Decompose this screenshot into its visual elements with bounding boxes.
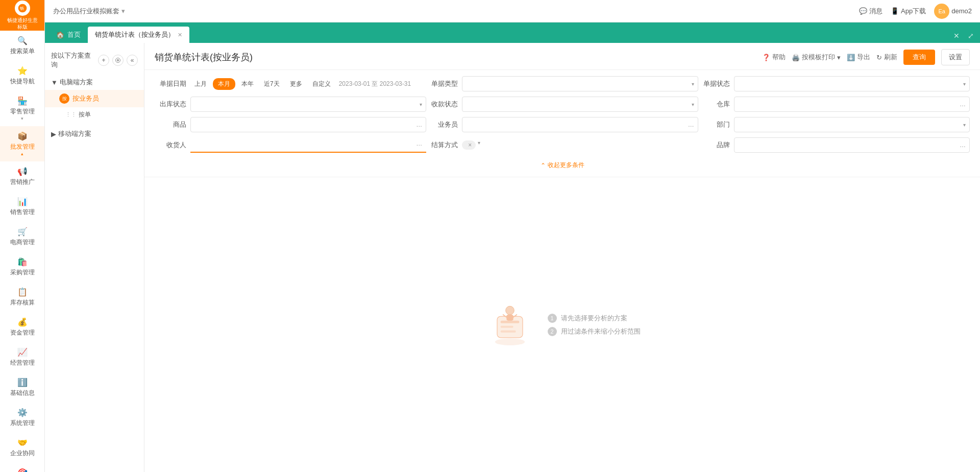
sidebar-item-ecommerce[interactable]: 🛒 电商管理	[0, 222, 45, 252]
brand-input[interactable]	[734, 137, 970, 153]
svg-rect-8	[500, 330, 516, 332]
receipt-status-select[interactable]	[462, 97, 698, 112]
sidebar-item-marketing[interactable]: 📢 营销推广	[0, 161, 45, 192]
goods-input[interactable]	[190, 117, 426, 132]
sidebar-quicknav[interactable]: ⭐ 快捷导航	[0, 61, 45, 91]
user-menu[interactable]: Ea demo2	[934, 4, 972, 19]
receiver-input[interactable]	[190, 137, 426, 153]
sidebar-item-sales[interactable]: 📊 销售管理	[0, 192, 45, 222]
operation-icon: 📈	[17, 347, 28, 357]
receipt-status-control: ▾	[462, 97, 698, 112]
hint-text-1: 请先选择要分析的方案	[561, 314, 627, 323]
message-btn[interactable]: 💬 消息	[859, 7, 883, 16]
left-panel-edit-btn[interactable]	[112, 55, 124, 66]
tab-home[interactable]: 🏠 首页	[49, 27, 88, 43]
export-btn[interactable]: ⬇️ 导出	[847, 53, 870, 62]
template-print-label: 按模板打印	[802, 53, 835, 62]
message-icon: 💬	[859, 7, 867, 15]
sidebar-item-wholesale[interactable]: 📦 批发管理 ▴	[0, 126, 45, 161]
sidebar-item-enterprise[interactable]: 🤝 企业协同	[0, 433, 45, 463]
svg-point-9	[505, 306, 514, 315]
newbie-icon: 🎯	[17, 468, 28, 472]
sidebar-inventory-label: 库存核算	[10, 298, 35, 307]
template-print-arrow: ▾	[837, 54, 841, 61]
filter-date: 单据日期 上月 本月 本年 近7天 更多 自定义 2023-03-01 至 20…	[155, 78, 426, 90]
refresh-btn[interactable]: ↻ 刷新	[876, 53, 897, 62]
finance-icon: 💰	[17, 317, 28, 327]
tab-expand-btn[interactable]: ⤢	[966, 31, 976, 41]
date-tab-this-month[interactable]: 本月	[213, 78, 235, 90]
search-icon: 🔍	[17, 36, 28, 45]
sidebar-item-finance[interactable]: 💰 资金管理	[0, 312, 45, 342]
left-panel-collapse-btn[interactable]: «	[127, 55, 138, 66]
app-name-dropdown[interactable]: 办公用品行业模拟账套 ▾	[53, 7, 125, 16]
settings-button[interactable]: 设置	[941, 49, 970, 65]
tab-sales-stat[interactable]: 销货单统计表（按业务员） ✕	[88, 27, 189, 43]
receiver-control: …	[190, 137, 426, 153]
sidebar-search[interactable]: 🔍 搜索菜单	[0, 31, 45, 61]
settle-tag-close[interactable]: ×	[468, 141, 472, 149]
home-icon: 🏠	[56, 31, 64, 39]
svg-rect-7	[500, 325, 513, 327]
salesperson-input[interactable]	[462, 117, 698, 132]
date-tab-this-year[interactable]: 本年	[237, 78, 258, 90]
app-name-label: 办公用品行业模拟账套	[53, 7, 119, 16]
desktop-group-arrow: ▼	[51, 79, 58, 86]
left-panel-add-btn[interactable]: +	[98, 55, 109, 66]
doc-type-select[interactable]	[462, 76, 698, 91]
warehouse-input[interactable]	[734, 97, 970, 112]
desktop-scheme-header[interactable]: ▼ 电脑端方案	[45, 75, 144, 90]
warehouse-label: 仓库	[698, 100, 734, 109]
salesperson-dots-icon[interactable]: …	[688, 121, 694, 128]
retail-icon: 🏪	[17, 96, 28, 106]
settle-method-tag: ×	[462, 140, 476, 150]
refresh-label: 刷新	[884, 53, 897, 62]
quicknav-icon: ⭐	[17, 66, 28, 76]
receiver-dots-icon[interactable]: …	[416, 140, 422, 147]
query-button[interactable]: 查询	[903, 50, 935, 65]
filter-doc-status: 单据状态 ▾	[698, 76, 970, 91]
page-header: 销货单统计表(按业务员) ❓ 帮助 🖨️ 按模板打印 ▾ ⬇️ 导出	[144, 43, 980, 70]
sidebar-item-retail[interactable]: 🏪 零售管理 ▾	[0, 91, 45, 126]
content-wrapper: 按以下方案查询 + « ▼ 电脑端方案 按 按业务员	[45, 43, 980, 472]
filter-doc-type: 单据类型 ▾	[426, 76, 698, 91]
date-tab-more[interactable]: 更多	[286, 78, 306, 90]
svg-point-4	[495, 338, 524, 345]
date-tab-last-month[interactable]: 上月	[190, 78, 211, 90]
sidebar-item-purchase[interactable]: 🛍️ 采购管理	[0, 252, 45, 282]
department-control: ▾	[734, 117, 970, 132]
department-select[interactable]	[734, 117, 970, 132]
date-control: 上月 本月 本年 近7天 更多 自定义 2023-03-01 至 2023-03…	[190, 78, 426, 90]
sidebar-wholesale-label: 批发管理	[10, 143, 35, 151]
tab-close-icon[interactable]: ✕	[178, 32, 182, 38]
svg-rect-6	[500, 320, 519, 323]
out-status-select[interactable]	[190, 97, 426, 112]
department-label: 部门	[698, 120, 734, 129]
brand-dots-icon[interactable]: …	[960, 141, 966, 149]
scheme-by-order[interactable]: ⋮⋮ 按单	[45, 107, 144, 122]
scheme-by-salesperson[interactable]: 按 按业务员	[45, 90, 144, 107]
doc-status-select[interactable]	[734, 76, 970, 91]
desktop-group-label: 电脑端方案	[60, 78, 93, 87]
collapse-btn[interactable]: ⌃ 收起更多条件	[541, 161, 584, 170]
out-status-label: 出库状态	[155, 100, 190, 109]
sidebar-item-basic[interactable]: ℹ️ 基础信息	[0, 372, 45, 403]
tab-close-all-btn[interactable]: ✕	[951, 31, 962, 41]
filter-row-1: 单据日期 上月 本月 本年 近7天 更多 自定义 2023-03-01 至 20…	[155, 76, 970, 91]
date-tab-last7[interactable]: 近7天	[260, 78, 284, 90]
warehouse-dots-icon[interactable]: …	[960, 101, 966, 108]
desktop-scheme-group: ▼ 电脑端方案 按 按业务员 ⋮⋮ 按单	[45, 73, 144, 124]
refresh-icon: ↻	[876, 54, 882, 61]
goods-dots-icon[interactable]: …	[416, 121, 422, 128]
help-btn[interactable]: ❓ 帮助	[762, 53, 786, 62]
sidebar-item-system[interactable]: ⚙️ 系统管理	[0, 403, 45, 433]
sidebar-item-inventory[interactable]: 📋 库存核算	[0, 282, 45, 312]
sidebar-item-newbie[interactable]: 🎯 新手引导	[0, 463, 45, 472]
mobile-scheme-header[interactable]: ▶ 移动端方案	[45, 126, 144, 141]
template-print-btn[interactable]: 🖨️ 按模板打印 ▾	[792, 53, 841, 62]
date-tab-custom[interactable]: 自定义	[308, 78, 335, 90]
enterprise-icon: 🤝	[17, 438, 28, 447]
app-download-btn[interactable]: 📱 App下载	[891, 7, 926, 16]
sidebar-item-operation[interactable]: 📈 经营管理	[0, 342, 45, 372]
topbar-left: 办公用品行业模拟账套 ▾	[53, 7, 125, 16]
